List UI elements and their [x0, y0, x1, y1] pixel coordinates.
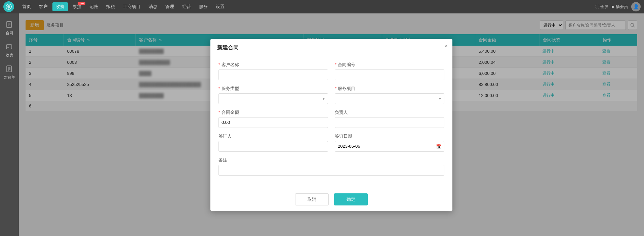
service-type-label: 服务类型	[218, 86, 328, 92]
contract-icon	[5, 20, 14, 30]
svg-rect-8	[7, 66, 11, 72]
nav-service[interactable]: 服务	[196, 2, 211, 11]
sidebar-item-billing[interactable]: 收费	[0, 39, 19, 61]
responsible-person-label: 负责人	[335, 109, 444, 115]
sign-date-input[interactable]	[335, 141, 444, 152]
nav-home[interactable]: 首页	[19, 2, 34, 11]
customer-name-group: 客户名称	[218, 62, 328, 80]
nav-operation[interactable]: 经营	[179, 2, 194, 11]
modal-overlay: 新建合同 × 客户名称 合同编号	[19, 13, 644, 236]
modal-footer: 取消 确定	[210, 188, 452, 211]
svg-rect-5	[6, 45, 12, 49]
user-avatar[interactable]: 👤	[631, 2, 641, 11]
service-type-group: 服务类型	[218, 86, 328, 104]
contract-amount-label: 合同金额	[218, 109, 328, 115]
top-navigation: 首页 客户 收费 票据 new 记账 报税 工商项目 消息 管理 经营 服务 设…	[0, 0, 644, 13]
customer-name-label: 客户名称	[218, 62, 328, 68]
sign-date-label: 签订日期	[335, 133, 444, 139]
form-row-1: 客户名称 合同编号	[218, 62, 444, 80]
main-layout: 合同 收费 对账单	[0, 13, 644, 236]
modal-body: 客户名称 合同编号 服务类型	[210, 55, 452, 188]
signer-label: 签订人	[218, 133, 328, 139]
nav-business[interactable]: 工商项目	[120, 2, 144, 11]
nav-message[interactable]: 消息	[145, 2, 161, 11]
sidebar-item-statement[interactable]: 对账单	[0, 61, 19, 83]
confirm-button[interactable]: 确定	[334, 193, 368, 205]
nav-invoice[interactable]: 票据 new	[69, 2, 85, 11]
fullscreen-icon: ⛶	[595, 4, 599, 9]
sidebar: 合同 收费 对账单	[0, 13, 19, 236]
cancel-button[interactable]: 取消	[295, 193, 329, 205]
contract-amount-group: 合同金额	[218, 109, 328, 128]
service-type-select-wrap	[218, 93, 328, 104]
form-row-2: 服务类型 服务项目	[218, 86, 444, 104]
responsible-person-input[interactable]	[335, 117, 444, 128]
vip-icon: ▶	[612, 4, 615, 9]
modal-title: 新建合同	[217, 45, 239, 50]
svg-rect-1	[7, 21, 11, 28]
billing-icon	[5, 42, 14, 52]
new-badge: new	[78, 2, 85, 5]
service-type-select[interactable]	[218, 93, 328, 104]
nav-tax[interactable]: 报税	[103, 2, 118, 11]
service-item-select-wrap	[335, 93, 444, 104]
contract-no-label: 合同编号	[335, 62, 444, 68]
form-row-5: 备注	[218, 157, 444, 176]
nav-right-area: ⛶ 全屏 ▶ 畅会员 👤	[595, 2, 641, 11]
sign-date-group: 签订日期 📅	[335, 133, 444, 152]
nav-bookkeeping[interactable]: 记账	[86, 2, 102, 11]
signer-input[interactable]	[218, 141, 328, 152]
nav-billing[interactable]: 收费	[52, 2, 68, 11]
sign-date-wrap: 📅	[335, 141, 444, 152]
responsible-person-group: 负责人	[335, 109, 444, 128]
signer-group: 签订人	[218, 133, 328, 152]
remark-label: 备注	[218, 157, 444, 163]
new-contract-modal: 新建合同 × 客户名称 合同编号	[210, 39, 452, 211]
form-row-4: 签订人 签订日期 📅	[218, 133, 444, 152]
service-item-group: 服务项目	[335, 86, 444, 104]
contract-no-input[interactable]	[335, 69, 444, 80]
remark-group: 备注	[218, 157, 444, 176]
nav-menu: 首页 客户 收费 票据 new 记账 报税 工商项目 消息 管理 经营 服务 设…	[19, 2, 595, 11]
customer-name-input[interactable]	[218, 69, 328, 80]
remark-input[interactable]	[218, 165, 444, 176]
modal-close-button[interactable]: ×	[445, 43, 448, 49]
statement-icon	[5, 64, 14, 74]
app-logo	[3, 1, 14, 12]
service-item-select[interactable]	[335, 93, 444, 104]
calendar-icon[interactable]: 📅	[436, 144, 442, 149]
content-area: 新增 服务项目 进行中 全部 已完成 已终止	[19, 13, 644, 236]
sidebar-item-contract[interactable]: 合同	[0, 17, 19, 39]
vip-button[interactable]: ▶ 畅会员	[612, 4, 628, 10]
modal-header: 新建合同 ×	[210, 39, 452, 55]
form-row-3: 合同金额 负责人	[218, 109, 444, 128]
nav-customer[interactable]: 客户	[36, 2, 51, 11]
nav-admin[interactable]: 管理	[162, 2, 177, 11]
service-item-label: 服务项目	[335, 86, 444, 92]
contract-no-group: 合同编号	[335, 62, 444, 80]
nav-settings[interactable]: 设置	[212, 2, 228, 11]
contract-amount-input[interactable]	[218, 117, 328, 128]
fullscreen-button[interactable]: ⛶ 全屏	[595, 4, 608, 10]
